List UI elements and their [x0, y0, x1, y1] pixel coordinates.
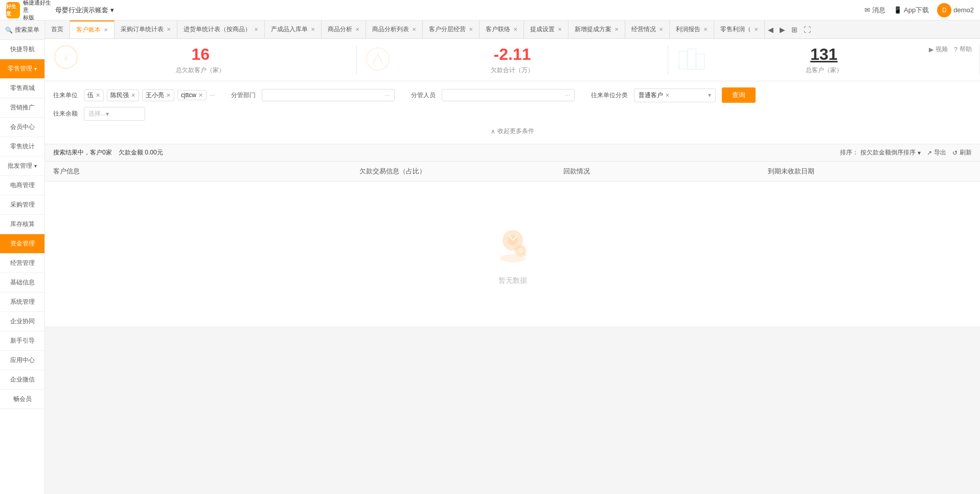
- tab-purchase-order[interactable]: 采购订单统计表 ✕: [115, 20, 177, 39]
- tab-profit-report[interactable]: 利润报告 ✕: [670, 20, 714, 39]
- search-menu-btn[interactable]: 🔍 搜索菜单: [0, 20, 44, 40]
- export-icon: ↗: [927, 149, 932, 156]
- sidebar-item-vip[interactable]: 畅会员: [0, 390, 44, 409]
- tab-close-icon[interactable]: ✕: [469, 27, 473, 32]
- svg-rect-4: [688, 49, 696, 70]
- user-menu[interactable]: D demo2: [937, 3, 974, 17]
- tab-customer-ledger[interactable]: 客户账本 ✕: [70, 20, 115, 39]
- tab-close-icon[interactable]: ✕: [355, 27, 359, 32]
- sidebar-item-operation[interactable]: 经营管理: [0, 254, 44, 273]
- tab-customer-layer[interactable]: 客户分层经营 ✕: [423, 20, 480, 39]
- sidebar-item-retail-stat[interactable]: 零售统计: [0, 137, 44, 156]
- tab-product-analysis[interactable]: 商品分析 ✕: [322, 20, 366, 39]
- tab-operation[interactable]: 经营情况 ✕: [625, 20, 670, 39]
- result-actions: 排序： 按欠款金额倒序排序 ▾ ↗ 导出 ↺ 刷新: [840, 148, 972, 157]
- sidebar-item-system[interactable]: 系统管理: [0, 293, 44, 312]
- filter-tag-chen: 陈民强 ✕: [107, 89, 139, 101]
- remove-tag-chen[interactable]: ✕: [131, 92, 135, 99]
- tab-close-icon[interactable]: ✕: [754, 27, 758, 32]
- stats-bar: ¥ 16 总欠款客户（家） -2.11 欠款合计（万）: [45, 39, 980, 81]
- dept-select[interactable]: ···: [262, 89, 395, 101]
- sidebar-item-cooperation[interactable]: 企业协同: [0, 312, 44, 331]
- total-customers-label: 总客户（家）: [678, 66, 969, 75]
- query-button[interactable]: 查询: [722, 87, 756, 103]
- message-icon: ✉: [864, 6, 870, 14]
- debt-total-label: 欠款合计（万）: [367, 66, 658, 75]
- sidebar: 🔍 搜索菜单 快捷导航 零售管理 ▾ 零售商城 营销推广 会员中心 零售统计 批…: [0, 20, 45, 494]
- sidebar-item-inventory[interactable]: 库存核算: [0, 215, 44, 234]
- sidebar-item-wholesale[interactable]: 批发管理 ▾: [0, 156, 44, 176]
- tab-close-icon[interactable]: ✕: [703, 27, 708, 32]
- tab-add-commission[interactable]: 新增提成方案 ✕: [568, 20, 625, 39]
- sidebar-item-app-center[interactable]: 应用中心: [0, 351, 44, 370]
- filter-area: 往来单位 伍 ✕ 陈民强 ✕ 王小亮 ✕: [45, 81, 980, 144]
- category-tag: 普通客户 ✕: [639, 91, 670, 100]
- app-download-btn[interactable]: 📱 App下载: [894, 6, 929, 15]
- remove-tag-wang[interactable]: ✕: [166, 92, 171, 99]
- col-debt-info: 欠款交易信息（占比）: [359, 167, 563, 176]
- empty-state: 暂无数据: [45, 182, 980, 326]
- more-tags[interactable]: ···: [210, 92, 215, 99]
- sidebar-item-finance[interactable]: 资金管理: [0, 234, 44, 254]
- balance-filter-label: 往来余额: [53, 109, 78, 118]
- remove-tag-wu[interactable]: ✕: [96, 92, 100, 99]
- export-btn[interactable]: ↗ 导出: [927, 148, 946, 157]
- sidebar-item-ecommerce[interactable]: 电商管理: [0, 176, 44, 195]
- tab-close-icon[interactable]: ✕: [659, 27, 663, 32]
- chevron-down-icon: ▾: [34, 66, 37, 72]
- tab-customer-contact[interactable]: 客户联络 ✕: [480, 20, 524, 39]
- balance-input[interactable]: 选择... ▾: [84, 107, 145, 121]
- total-customers-value: 131: [678, 45, 969, 64]
- tab-close-icon[interactable]: ✕: [412, 27, 416, 32]
- tab-retail-profit[interactable]: 零售利润（ ✕: [714, 20, 765, 39]
- tab-purchase-stat[interactable]: 进货单统计表（按商品） ✕: [177, 20, 265, 39]
- collapse-btn[interactable]: ∧ 收起更多条件: [53, 125, 972, 138]
- tab-close-icon[interactable]: ✕: [558, 27, 562, 32]
- sidebar-item-purchase[interactable]: 采购管理: [0, 195, 44, 215]
- dept-more-icon: ···: [385, 92, 390, 99]
- tab-close-icon[interactable]: ✕: [254, 27, 258, 32]
- tab-close-icon[interactable]: ✕: [311, 27, 315, 32]
- chevron-down-icon: ▾: [918, 149, 921, 156]
- result-info: 搜索结果中，客户0家 欠款金额 0.00元: [53, 148, 163, 157]
- help-btn[interactable]: ? 帮助: [954, 45, 972, 54]
- refresh-btn[interactable]: ↺ 刷新: [952, 148, 972, 157]
- quick-nav-btn[interactable]: 快捷导航: [0, 40, 44, 59]
- person-select[interactable]: ···: [442, 89, 575, 101]
- tab-product-list[interactable]: 商品分析列表 ✕: [366, 20, 423, 39]
- sidebar-item-member[interactable]: 会员中心: [0, 118, 44, 137]
- message-btn[interactable]: ✉ 消息: [864, 6, 885, 15]
- tab-close-icon[interactable]: ✕: [167, 27, 171, 32]
- category-filter-label: 往来单位分类: [591, 91, 628, 100]
- sidebar-item-wechat[interactable]: 企业微信: [0, 370, 44, 390]
- tab-scroll-right[interactable]: ▶: [777, 20, 788, 39]
- tab-scroll-left[interactable]: ◀: [765, 20, 777, 39]
- sidebar-item-newbie[interactable]: 新手引导: [0, 331, 44, 351]
- chevron-down-icon: ▾: [106, 110, 109, 118]
- logo-icon: 好生意: [6, 2, 20, 18]
- sidebar-item-basic[interactable]: 基础信息: [0, 273, 44, 293]
- sidebar-item-retail-manage[interactable]: 零售管理 ▾: [0, 59, 44, 79]
- store-selector[interactable]: 母婴行业演示账套 ▾: [55, 6, 114, 15]
- sort-selector[interactable]: 排序： 按欠款金额倒序排序 ▾: [840, 148, 921, 157]
- col-due-date: 到期未收款日期: [768, 167, 972, 176]
- debt-customers-label: 总欠款客户（家）: [55, 66, 346, 75]
- tab-close-icon[interactable]: ✕: [513, 27, 517, 32]
- tab-home[interactable]: 首页: [45, 20, 70, 39]
- tab-fullscreen[interactable]: ⛶: [801, 20, 814, 39]
- category-select[interactable]: 普通客户 ✕ ▾: [634, 88, 716, 102]
- chevron-down-icon: ▾: [34, 163, 37, 169]
- stat-debt-total: -2.11 欠款合计（万）: [357, 45, 669, 75]
- tab-close-icon[interactable]: ✕: [614, 27, 619, 32]
- stat-debt-customers: ¥ 16 总欠款客户（家）: [45, 45, 357, 75]
- remove-tag-cjttcw[interactable]: ✕: [198, 92, 203, 99]
- tab-commission-setting[interactable]: 提成设置 ✕: [524, 20, 568, 39]
- remove-category[interactable]: ✕: [665, 92, 670, 99]
- tab-close-icon[interactable]: ✕: [104, 27, 108, 33]
- sidebar-item-retail-mall[interactable]: 零售商城: [0, 79, 44, 98]
- top-bar-right: ✉ 消息 📱 App下载 D demo2: [864, 3, 974, 17]
- tab-production[interactable]: 产成品入库单 ✕: [265, 20, 322, 39]
- video-btn[interactable]: ▶ 视频: [929, 45, 948, 54]
- tab-expand[interactable]: ⊞: [788, 20, 801, 39]
- sidebar-item-marketing[interactable]: 营销推广: [0, 98, 44, 118]
